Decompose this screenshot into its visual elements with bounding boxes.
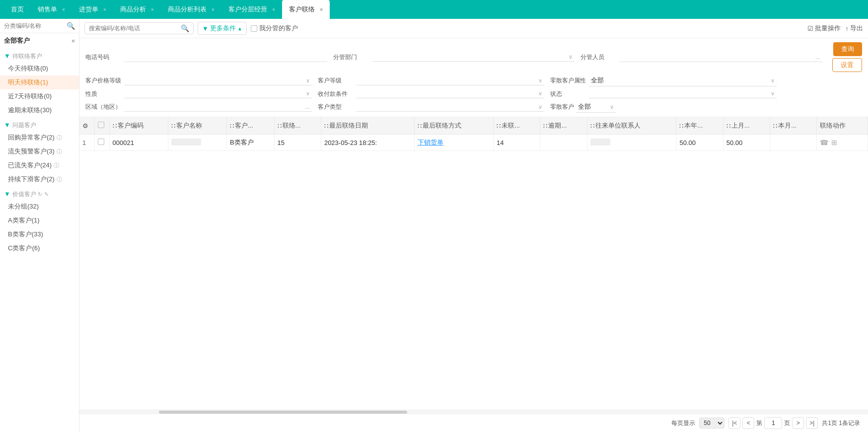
sidebar-search-icon[interactable]: 🔍	[67, 22, 75, 30]
sidebar-item-class-a[interactable]: A类客户(1)	[0, 214, 79, 227]
filter-retail: 零散客户 全部 ∨	[550, 101, 777, 113]
th-settings[interactable]: ⚙	[79, 117, 94, 135]
nav-home[interactable]: 首页	[4, 0, 31, 19]
sidebar-item-7days[interactable]: 近7天待联络(0)	[0, 89, 79, 103]
page-unit: 页	[784, 419, 790, 428]
sidebar-item-unclassified[interactable]: 未分组(32)	[0, 200, 79, 214]
first-page-button[interactable]: |<	[728, 417, 740, 429]
settings-button[interactable]: 设置	[832, 58, 862, 72]
close-icon[interactable]: ×	[103, 6, 106, 12]
next-page-button[interactable]: >	[792, 417, 804, 429]
th-last-contact-date[interactable]: ∷最后联络日期	[321, 117, 414, 135]
filter-person: 分管人员 ...	[580, 53, 822, 62]
sidebar-item-class-c[interactable]: C类客户(6)	[0, 241, 79, 255]
row-checkbox[interactable]	[98, 139, 104, 145]
region-select[interactable]: ...	[124, 102, 312, 112]
phone-action-icon[interactable]: ☎	[820, 139, 828, 146]
sidebar-search-input[interactable]	[4, 22, 67, 29]
nav-item-customer-tier[interactable]: 客户分层经营 ×	[221, 0, 282, 19]
scrollbar-thumb[interactable]	[159, 411, 407, 414]
th-unit-contact[interactable]: ∷往来单位联系人	[587, 117, 676, 135]
td-num: 1	[79, 135, 94, 151]
close-icon[interactable]: ×	[62, 6, 65, 12]
nav-item-product-analysis[interactable]: 商品分析 ×	[113, 0, 161, 19]
page-number-input[interactable]	[764, 417, 782, 429]
export-button[interactable]: ↑ 导出	[846, 24, 864, 33]
type-select[interactable]: ∨	[357, 103, 544, 112]
nav-item-customer-contact[interactable]: 客户联络 ×	[282, 0, 330, 19]
sidebar-item-churn-warning[interactable]: 流失预警客户(3) ⓘ	[0, 144, 79, 158]
top-nav: 首页 销售单 × 进货单 × 商品分析 × 商品分析列表 × 客户分层经营 × …	[0, 0, 868, 19]
value-level-select[interactable]: ∨	[124, 76, 312, 85]
person-select[interactable]: ...	[619, 53, 822, 62]
td-name[interactable]	[168, 135, 226, 151]
sidebar-item-declining[interactable]: 持续下滑客户(2) ⓘ	[0, 172, 79, 186]
sidebar-search-area: 🔍	[0, 19, 79, 33]
chevron-down-icon: ∨	[610, 104, 614, 110]
td-this-month	[770, 135, 817, 151]
td-last-method[interactable]: 下销货单	[414, 135, 493, 151]
phone-input[interactable]	[124, 53, 327, 62]
settings-icon[interactable]: ⚙	[82, 122, 88, 130]
th-last-month[interactable]: ∷上月...	[723, 117, 770, 135]
payment-select[interactable]: ∨	[357, 89, 544, 98]
close-icon[interactable]: ×	[212, 6, 215, 12]
nav-item-purchase[interactable]: 进货单 ×	[72, 0, 113, 19]
batch-button[interactable]: ☑ 批量操作	[807, 24, 841, 33]
last-method-link[interactable]: 下销货单	[418, 139, 443, 146]
total-records-label: 共1页 1条记录	[822, 419, 860, 428]
sidebar-item-class-b[interactable]: B类客户(33)	[0, 227, 79, 241]
more-filter-button[interactable]: ▼ 更多条件 ▲	[198, 22, 247, 35]
th-type[interactable]: ∷客户...	[226, 117, 274, 135]
close-icon[interactable]: ×	[151, 6, 154, 12]
th-contact[interactable]: ∷联络...	[274, 117, 321, 135]
sidebar-item-today[interactable]: 今天待联络(0)	[0, 62, 79, 75]
search-icon[interactable]: 🔍	[181, 24, 189, 32]
chevron-down-icon: ∨	[306, 90, 310, 97]
th-overdue[interactable]: ∷逾期...	[540, 117, 587, 135]
retail-attr-select[interactable]: 全部 ∨	[589, 75, 777, 86]
all-customers-header[interactable]: 全部客户 «	[0, 33, 79, 48]
sidebar-item-tomorrow[interactable]: 明天待联络(1)	[0, 75, 79, 89]
retail-attr-label: 零散客户属性	[550, 76, 586, 85]
status-select[interactable]: ∨	[589, 89, 777, 98]
my-customers-checkbox-area[interactable]: 我分管的客户	[251, 24, 298, 33]
dept-select[interactable]: ∨	[372, 53, 575, 62]
th-this-year[interactable]: ∷本年...	[676, 117, 723, 135]
nav-item-sales[interactable]: 销售单 ×	[31, 0, 72, 19]
sidebar-item-repurchase-abnormal[interactable]: 回购异常客户(2) ⓘ	[0, 131, 79, 144]
search-input[interactable]	[89, 25, 181, 32]
collapse-icon: «	[72, 37, 75, 44]
sidebar-item-overdue[interactable]: 逾期未联络(30)	[0, 103, 79, 117]
page-size-select[interactable]: 50 20 100	[699, 418, 724, 429]
close-icon[interactable]: ×	[272, 6, 275, 12]
retail-select[interactable]: 全部 ∨	[576, 101, 616, 113]
level-select[interactable]: ∨	[357, 76, 544, 85]
grid-action-icon[interactable]: ⊞	[831, 139, 837, 146]
horizontal-scrollbar[interactable]	[79, 410, 868, 414]
sidebar-item-churned[interactable]: 已流失客户(24) ⓘ	[0, 158, 79, 172]
payment-label: 收付款条件	[318, 90, 354, 98]
th-last-contact-method[interactable]: ∷最后联络方式	[414, 117, 493, 135]
prev-page-button[interactable]: <	[742, 417, 754, 429]
close-icon[interactable]: ×	[320, 6, 323, 12]
th-this-month[interactable]: ∷本月...	[770, 117, 817, 135]
nature-select[interactable]: ∨	[124, 89, 312, 98]
header-checkbox[interactable]	[98, 122, 104, 128]
nav-item-product-list[interactable]: 商品分析列表 ×	[161, 0, 221, 19]
my-customers-label: 我分管的客户	[259, 24, 298, 33]
th-checkbox[interactable]	[94, 117, 109, 135]
filter-dept: 分管部门 ∨	[333, 53, 575, 62]
page-size-label: 每页显示	[671, 419, 695, 428]
query-button[interactable]: 查询	[833, 42, 862, 56]
filter-row-4: 区域（地区） ... 客户类型 ∨ 零散客户	[85, 101, 862, 113]
th-actions: 联络动作	[817, 117, 868, 135]
td-checkbox[interactable]	[94, 135, 109, 151]
last-page-button[interactable]: >|	[806, 417, 818, 429]
th-uncontacted[interactable]: ∷未联...	[494, 117, 540, 135]
th-code[interactable]: ∷客户编码	[109, 117, 168, 135]
my-customers-checkbox[interactable]	[251, 25, 257, 32]
th-name[interactable]: ∷客户名称	[168, 117, 226, 135]
filter-row-2: 客户价格等级 ∨ 客户等级 ∨ 零散客户属性 全部	[85, 75, 862, 86]
td-overdue	[540, 135, 587, 151]
